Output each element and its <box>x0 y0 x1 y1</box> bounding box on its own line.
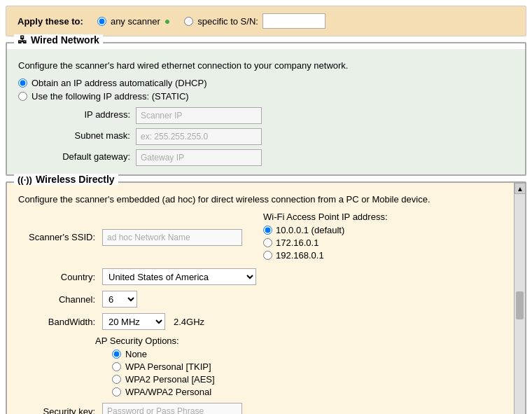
bandwidth-controls: 20 MHz 40 MHz 2.4GHz <box>102 313 204 330</box>
specific-sn-group: specific to S/N: <box>184 13 326 29</box>
scroll-up-arrow[interactable]: ▲ <box>514 183 526 194</box>
security-wpa-tkip-label: WPA Personal [TKIP] <box>125 361 211 372</box>
wired-network-section: 🖧 Wired Network Configure the scanner's … <box>6 42 526 176</box>
security-key-row: Security key: <box>18 403 514 414</box>
apply-label: Apply these to: <box>18 16 83 27</box>
ssid-input[interactable] <box>102 229 242 246</box>
wireless-section-content: Configure the scanner's embedded (ad hoc… <box>7 183 525 414</box>
ssid-row: Scanner's SSID: Wi-Fi Access Point IP ad… <box>18 212 514 263</box>
security-wpa-wpa2-label: WPA/WPA2 Personal <box>125 387 211 397</box>
bandwidth-row: BandWidth: 20 MHz 40 MHz 2.4GHz <box>18 313 514 330</box>
subnet-mask-input[interactable] <box>136 128 262 145</box>
wifi-ip-option-2: 172.16.0.1 <box>263 237 388 248</box>
dhcp-label: Obtain an IP address automatically (DHCP… <box>31 78 206 88</box>
ap-security-section: AP Security Options: None WPA Personal [… <box>18 336 514 397</box>
security-content: AP Security Options: None WPA Personal [… <box>18 336 514 397</box>
security-wpa-tkip-row: WPA Personal [TKIP] <box>112 361 215 372</box>
wifi-ip-radio-2[interactable] <box>263 238 272 247</box>
any-scanner-label: any scanner <box>111 16 160 27</box>
ip-address-label: IP address: <box>32 107 130 124</box>
country-label: Country: <box>18 272 95 282</box>
country-row: Country: United States of America Canada… <box>18 268 514 285</box>
top-bar: Apply these to: any scanner ● specific t… <box>6 6 526 36</box>
country-select[interactable]: United States of America Canada United K… <box>102 268 256 285</box>
wireless-section-title-text: Wireless Directly <box>36 174 115 185</box>
wireless-section: ((·)) Wireless Directly Configure the sc… <box>6 181 526 414</box>
dhcp-radio-row: Obtain an IP address automatically (DHCP… <box>18 78 514 88</box>
wired-section-content: Configure the scanner's hard wired ether… <box>7 49 525 174</box>
wifi-ip-radio-3[interactable] <box>263 251 272 260</box>
channel-select[interactable]: 12345 67891011 <box>102 291 137 308</box>
ssid-label: Scanner's SSID: <box>18 232 95 242</box>
wifi-ip-option-3: 192.168.0.1 <box>263 250 388 261</box>
dhcp-radio[interactable] <box>18 78 27 88</box>
security-key-label: Security key: <box>18 406 95 415</box>
serial-number-input[interactable] <box>262 13 326 29</box>
security-wpa2-aes-row: WPA2 Personal [AES] <box>112 374 215 385</box>
wired-form-grid: IP address: Subnet mask: Default gateway… <box>18 107 514 166</box>
specific-sn-label: specific to S/N: <box>197 16 258 27</box>
default-gateway-input[interactable] <box>136 149 262 166</box>
ap-security-label: AP Security Options: <box>95 336 215 346</box>
security-options-group: AP Security Options: None WPA Personal [… <box>95 336 215 397</box>
scroll-thumb[interactable] <box>516 291 524 319</box>
wireless-icon: ((·)) <box>18 174 32 185</box>
bandwidth-suffix: 2.4GHz <box>174 317 204 327</box>
channel-row: Channel: 12345 67891011 <box>18 291 514 308</box>
ip-address-input[interactable] <box>136 107 262 124</box>
wireless-description: Configure the scanner's embedded (ad hoc… <box>18 194 514 205</box>
wifi-ip-option-1: 10.0.0.1 (default) <box>263 225 388 235</box>
security-wpa2-aes-radio[interactable] <box>112 375 121 384</box>
wired-section-title: 🖧 Wired Network <box>14 34 103 46</box>
wifi-ip-label-3: 192.168.0.1 <box>276 250 324 261</box>
wifi-ip-label-1: 10.0.0.1 (default) <box>276 225 344 235</box>
security-wpa-wpa2-row: WPA/WPA2 Personal <box>112 387 215 397</box>
bandwidth-select[interactable]: 20 MHz 40 MHz <box>102 313 165 330</box>
wired-network-icon: 🖧 <box>18 34 27 46</box>
wifi-ip-box: Wi-Fi Access Point IP address: 10.0.0.1 … <box>263 212 388 263</box>
security-none-radio[interactable] <box>112 350 121 359</box>
security-none-row: None <box>112 349 215 359</box>
specific-sn-radio[interactable] <box>184 17 193 26</box>
wired-section-title-text: Wired Network <box>31 34 99 46</box>
channel-label: Channel: <box>18 294 95 305</box>
security-none-label: None <box>125 349 147 359</box>
green-dot-icon: ● <box>164 15 170 27</box>
wireless-section-title: ((·)) Wireless Directly <box>14 174 118 185</box>
static-radio[interactable] <box>18 92 27 101</box>
security-key-input[interactable] <box>102 403 242 414</box>
any-scanner-radio[interactable] <box>97 17 106 26</box>
security-wpa-tkip-radio[interactable] <box>112 362 121 371</box>
wifi-ip-radio-1[interactable] <box>263 226 272 235</box>
wifi-ip-label-2: 172.16.0.1 <box>276 237 318 248</box>
static-radio-row: Use the following IP address: (STATIC) <box>18 91 514 102</box>
subnet-mask-label: Subnet mask: <box>32 128 130 145</box>
wifi-ip-title: Wi-Fi Access Point IP address: <box>263 212 388 222</box>
security-wpa2-aes-label: WPA2 Personal [AES] <box>125 374 215 385</box>
default-gateway-label: Default gateway: <box>32 149 130 166</box>
any-scanner-group: any scanner ● <box>97 15 170 27</box>
security-wpa-wpa2-radio[interactable] <box>112 387 121 396</box>
security-radios: None WPA Personal [TKIP] WPA2 Personal [… <box>95 349 215 397</box>
scrollbar[interactable]: ▲ ▼ <box>514 183 525 414</box>
wired-description: Configure the scanner's hard wired ether… <box>18 60 514 71</box>
bandwidth-label: BandWidth: <box>18 317 95 327</box>
static-label: Use the following IP address: (STATIC) <box>31 91 189 102</box>
